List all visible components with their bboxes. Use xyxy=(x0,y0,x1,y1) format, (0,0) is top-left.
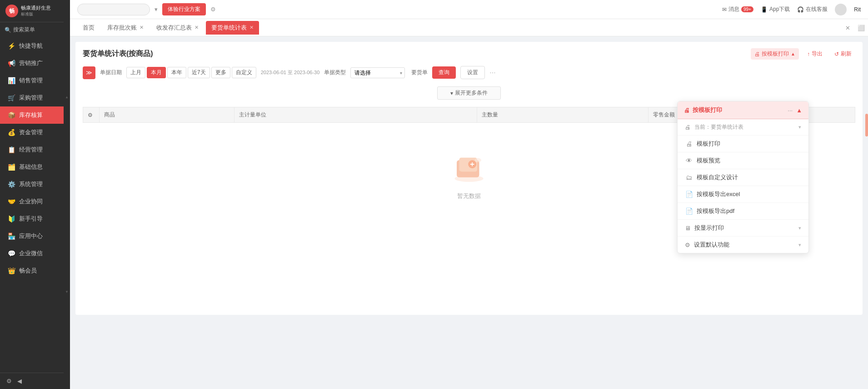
current-chevron-icon: ▾ xyxy=(798,124,801,130)
sidebar-item-marketing[interactable]: 📢 营销推广 xyxy=(0,55,64,72)
dropdown-item-template-preview[interactable]: 👁 模板预览 xyxy=(678,152,808,169)
appstore-icon: 🏪 xyxy=(7,232,15,240)
scroll-thumb xyxy=(865,114,868,136)
tab-order-stats-close[interactable]: ✕ xyxy=(249,25,254,30)
sidebar-item-purchase[interactable]: 🛒 采购管理 xyxy=(0,89,64,106)
app-download-label: App下载 xyxy=(769,5,790,13)
template-preview-icon: 👁 xyxy=(685,157,693,164)
display-print-icon: 🖥 xyxy=(685,225,691,232)
date-buttons: 上月 本月 本年 近7天 更多 自定义 xyxy=(126,67,256,78)
sidebar-item-wechat[interactable]: 💬 企业微信 xyxy=(0,245,64,262)
sidebar-item-label: 经营管理 xyxy=(19,146,43,154)
mobile-icon: 📱 xyxy=(761,6,768,13)
settings-icon[interactable]: ⚙ xyxy=(6,378,12,384)
topbar-right: ✉ 消息 99+ 📱 App下载 🎧 在线客服 Rit xyxy=(722,4,861,15)
window-maximize-btn[interactable]: ⬜ xyxy=(854,21,868,35)
dropdown-default-func[interactable]: ⚙ 设置默认功能 ▾ xyxy=(678,237,808,253)
window-close-btn[interactable]: ✕ xyxy=(841,21,854,35)
settings-btn[interactable]: 设置 xyxy=(460,66,485,79)
dropdown-header: 🖨 按模板打印 ··· ▲ xyxy=(678,101,808,119)
experience-btn[interactable]: 体验行业方案 xyxy=(162,3,206,15)
dropdown-sub-default-left: ⚙ 设置默认功能 xyxy=(685,241,729,249)
message-item[interactable]: ✉ 消息 99+ xyxy=(722,5,753,13)
right-scrollbar[interactable] xyxy=(865,114,868,353)
sidebar-item-label: 销售管理 xyxy=(19,76,43,85)
expand-more-label: 展开更多条件 xyxy=(455,89,488,97)
sales-icon: 📊 xyxy=(7,77,15,84)
sidebar-item-label: 企业微信 xyxy=(19,249,43,258)
dropdown-close-icon[interactable]: ▲ xyxy=(796,107,802,114)
headset-icon: 🎧 xyxy=(797,6,804,13)
search-menu-item[interactable]: 🔍 搜索菜单 xyxy=(0,22,64,37)
date-more-btn[interactable]: 更多 xyxy=(211,67,230,78)
dropdown-item-template-excel[interactable]: 📄 按模板导出excel xyxy=(678,186,808,203)
sidebar-item-vip[interactable]: 👑 畅会员 xyxy=(0,262,64,279)
expand-more-btn[interactable]: ▾ 展开更多条件 xyxy=(437,86,501,100)
query-btn[interactable]: 查询 xyxy=(432,66,456,79)
dropdown-header-right: ··· ▲ xyxy=(788,107,802,114)
sidebar-item-system[interactable]: ⚙️ 系统管理 xyxy=(0,176,64,193)
dropdown-item-label: 模板打印 xyxy=(697,140,720,148)
sidebar-item-newbie[interactable]: 🔰 新手引导 xyxy=(0,210,64,227)
sidebar-scrollbar: ▲ ▼ xyxy=(64,0,70,389)
sidebar-item-sales[interactable]: 📊 销售管理 xyxy=(0,72,64,89)
tab-batch-account[interactable]: 库存批次账 ✕ xyxy=(102,21,149,35)
system-icon: ⚙️ xyxy=(7,181,15,188)
filter-expand-btn[interactable]: ≫ xyxy=(83,66,95,79)
dropdown-current-template[interactable]: 🖨 当前：要货单统计表 ▾ xyxy=(678,119,808,136)
sidebar-item-collab[interactable]: 🤝 企业协同 xyxy=(0,193,64,210)
date-current-month-btn[interactable]: 本月 xyxy=(147,67,166,78)
svg-point-4 xyxy=(475,158,481,162)
collapse-icon[interactable]: ◀ xyxy=(17,378,22,384)
date-prev-month-btn[interactable]: 上月 xyxy=(126,67,145,78)
sidebar-item-label: 应用中心 xyxy=(19,232,43,240)
topbar-dropdown-icon[interactable]: ▾ xyxy=(155,6,158,13)
date-7days-btn[interactable]: 近7天 xyxy=(188,67,210,78)
topbar-settings-icon[interactable]: ⚙ xyxy=(210,6,216,13)
settings-icon: ⚙ xyxy=(88,112,93,118)
user-avatar[interactable] xyxy=(835,4,847,15)
sidebar-item-label: 企业协同 xyxy=(19,197,43,206)
dropdown-item-template-design[interactable]: 🗂 模板自定义设计 xyxy=(678,169,808,186)
date-filter-label: 单据日期 xyxy=(100,69,122,76)
online-service-item[interactable]: 🎧 在线客服 xyxy=(797,5,828,13)
dropdown-current-left: 🖨 当前：要货单统计表 xyxy=(685,123,743,131)
order-type-select-wrapper: 请选择 xyxy=(350,67,405,78)
tab-receipt-summary-close[interactable]: ✕ xyxy=(195,25,199,30)
sidebar-item-finance[interactable]: 💰 资金管理 xyxy=(0,124,64,141)
default-func-chevron: ▾ xyxy=(798,242,801,248)
col-settings-header[interactable]: ⚙ xyxy=(83,107,100,123)
dropdown-display-print[interactable]: 🖥 按显示打印 ▾ xyxy=(678,220,808,237)
vip-icon: 👑 xyxy=(7,267,15,274)
sidebar-item-inventory[interactable]: 📦 库存核算 xyxy=(0,106,64,124)
current-template-label: 当前：要货单统计表 xyxy=(694,123,743,131)
print-btn[interactable]: 🖨 按模板打印 ▲ xyxy=(751,48,799,60)
sidebar-item-basic[interactable]: 🗂️ 基础信息 xyxy=(0,158,64,176)
logo-icon: 畅 xyxy=(5,5,18,17)
search-icon: 🔍 xyxy=(5,27,11,33)
dropdown-item-label: 按模板导出excel xyxy=(697,190,740,198)
sidebar-item-quick-nav[interactable]: ⚡ 快捷导航 xyxy=(0,37,64,55)
tab-home-label: 首页 xyxy=(83,24,95,32)
tab-batch-account-close[interactable]: ✕ xyxy=(140,25,144,30)
date-custom-btn[interactable]: 自定义 xyxy=(232,67,256,78)
export-btn[interactable]: ↑ 导出 xyxy=(803,48,826,60)
dropdown-item-template-pdf[interactable]: 📄 按模板导出pdf xyxy=(678,203,808,220)
tab-home[interactable]: 首页 xyxy=(77,21,100,35)
print-label: 按模板打印 xyxy=(762,50,789,58)
date-current-year-btn[interactable]: 本年 xyxy=(167,67,186,78)
order-type-select[interactable]: 请选择 xyxy=(350,67,405,78)
inventory-icon: 📦 xyxy=(7,111,15,119)
topbar-search-input[interactable] xyxy=(77,4,150,15)
sidebar-item-appstore[interactable]: 🏪 应用中心 xyxy=(0,227,64,245)
tab-order-stats[interactable]: 要货单统计表 ✕ xyxy=(206,21,259,35)
app-download-item[interactable]: 📱 App下载 xyxy=(761,5,790,13)
sidebar-item-operation[interactable]: 📋 经营管理 xyxy=(0,141,64,158)
dots-icon[interactable]: ··· xyxy=(788,107,793,114)
tab-receipt-summary[interactable]: 收发存汇总表 ✕ xyxy=(151,21,204,35)
more-options-icon[interactable]: ··· xyxy=(489,69,495,77)
dropdown-item-template-print[interactable]: 🖨 模板打印 xyxy=(678,136,808,152)
printer-icon: 🖨 xyxy=(754,51,760,57)
message-label: 消息 xyxy=(728,5,739,13)
refresh-btn[interactable]: ↺ 刷新 xyxy=(831,48,855,60)
